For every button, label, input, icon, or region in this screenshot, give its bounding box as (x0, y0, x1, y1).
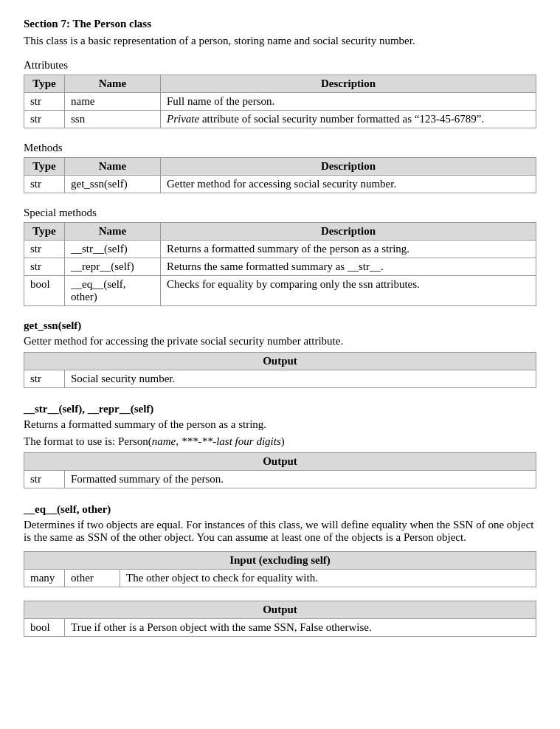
attr-desc-1: Full name of the person. (161, 93, 536, 111)
attr-type-1: str (24, 93, 65, 111)
input-type: many (24, 570, 65, 587)
attr-name-2: ssn (65, 111, 161, 128)
output-desc: Formatted summary of the person. (65, 471, 536, 488)
spec-name-3: __eq__(self, other) (65, 276, 161, 306)
spec-name-1: __str__(self) (65, 241, 161, 258)
meth-col-desc: Description (161, 158, 536, 176)
output-type: str (24, 471, 65, 488)
spec-desc-2: Returns the same formatted summary as __… (161, 258, 536, 276)
spec-desc-1: Returns a formatted summary of the perso… (161, 241, 536, 258)
table-row: bool __eq__(self, other) Checks for equa… (24, 276, 536, 306)
output-row: str Formatted summary of the person. (24, 471, 536, 488)
output-row: str Social security number. (24, 370, 536, 388)
output-type: bool (24, 619, 65, 637)
table-row: str ssn Private attribute of social secu… (24, 111, 536, 128)
section-title: Section 7: The Person class (24, 18, 536, 30)
str-repr-desc1: Returns a formatted summary of the perso… (24, 418, 536, 431)
table-row: str get_ssn(self) Getter method for acce… (24, 176, 536, 193)
str-repr-output-table: Output str Formatted summary of the pers… (24, 452, 536, 488)
get-ssn-description: Getter method for accessing the private … (24, 335, 536, 348)
special-methods-table: Type Name Description str __str__(self) … (24, 222, 536, 306)
str-repr-desc2: The format to use is: Person(name, ***-*… (24, 435, 536, 448)
get-ssn-section: get_ssn(self) Getter method for accessin… (24, 319, 536, 388)
spec-type-3: bool (24, 276, 65, 306)
table-row: str name Full name of the person. (24, 93, 536, 111)
output-header-row: Output (24, 601, 536, 619)
meth-desc-1: Getter method for accessing social secur… (161, 176, 536, 193)
spec-type-1: str (24, 241, 65, 258)
attributes-label: Attributes (24, 59, 536, 72)
output-label: Output (24, 601, 536, 619)
output-desc: True if other is a Person object with th… (65, 619, 536, 637)
eq-title: __eq__(self, other) (24, 503, 536, 516)
attributes-header-row: Type Name Description (24, 75, 536, 93)
section-description: This class is a basic representation of … (24, 35, 536, 47)
get-ssn-title: get_ssn(self) (24, 319, 536, 332)
eq-input-table: Input (excluding self) many other The ot… (24, 551, 536, 587)
attr-col-desc: Description (161, 75, 536, 93)
input-header-row: Input (excluding self) (24, 552, 536, 570)
spec-col-desc: Description (161, 223, 536, 241)
input-row: many other The other object to check for… (24, 570, 536, 587)
eq-section: __eq__(self, other) Determines if two ob… (24, 503, 536, 637)
str-repr-section: __str__(self), __repr__(self) Returns a … (24, 403, 536, 488)
meth-col-type: Type (24, 158, 65, 176)
special-methods-label: Special methods (24, 207, 536, 219)
output-header-row: Output (24, 453, 536, 471)
meth-name-1: get_ssn(self) (65, 176, 161, 193)
attr-col-type: Type (24, 75, 65, 93)
output-type: str (24, 370, 65, 388)
attributes-table: Type Name Description str name Full name… (24, 75, 536, 128)
output-desc: Social security number. (65, 370, 536, 388)
spec-col-type: Type (24, 223, 65, 241)
table-row: str __repr__(self) Returns the same form… (24, 258, 536, 276)
output-header-row: Output (24, 353, 536, 370)
methods-header-row: Type Name Description (24, 158, 536, 176)
spec-type-2: str (24, 258, 65, 276)
methods-table: Type Name Description str get_ssn(self) … (24, 157, 536, 193)
input-desc: The other object to check for equality w… (120, 570, 536, 587)
get-ssn-output-table: Output str Social security number. (24, 352, 536, 388)
attr-col-name: Name (65, 75, 161, 93)
output-label: Output (24, 353, 536, 370)
output-label: Output (24, 453, 536, 471)
spec-desc-3: Checks for equality by comparing only th… (161, 276, 536, 306)
output-row: bool True if other is a Person object wi… (24, 619, 536, 637)
attr-desc-2: Private attribute of social security num… (161, 111, 536, 128)
spec-name-2: __repr__(self) (65, 258, 161, 276)
spec-col-name: Name (65, 223, 161, 241)
meth-type-1: str (24, 176, 65, 193)
attr-name-1: name (65, 93, 161, 111)
meth-col-name: Name (65, 158, 161, 176)
eq-description: Determines if two objects are equal. For… (24, 519, 536, 544)
attr-type-2: str (24, 111, 65, 128)
str-repr-title: __str__(self), __repr__(self) (24, 403, 536, 415)
special-methods-header-row: Type Name Description (24, 223, 536, 241)
methods-label: Methods (24, 142, 536, 154)
eq-output-table: Output bool True if other is a Person ob… (24, 601, 536, 637)
input-name: other (65, 570, 120, 587)
table-row: str __str__(self) Returns a formatted su… (24, 241, 536, 258)
input-label: Input (excluding self) (24, 552, 536, 570)
